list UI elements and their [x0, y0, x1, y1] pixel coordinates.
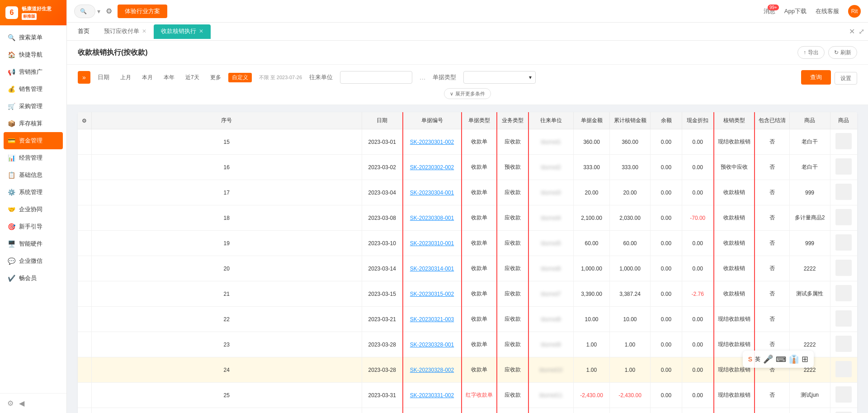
col-cancel-amount: 累计核销金额 [610, 112, 651, 129]
cell-amount: 1.00 [574, 357, 610, 383]
hardware-icon: 🖥️ [7, 240, 15, 247]
cell-goods: 多计量商品2 [789, 205, 830, 231]
cell-date: 2023-03-04 [362, 180, 403, 205]
sidebar-item-wechat[interactable]: 💬企业微信 [0, 252, 66, 270]
cell-cancel-type: 预收款核销 [714, 408, 755, 413]
sidebar-item-enterprise[interactable]: 🤝企业协同 [0, 201, 66, 218]
collapse-icon[interactable]: ◀ [19, 399, 24, 408]
sidebar-item-guide[interactable]: 🎯新手引导 [0, 218, 66, 235]
cell-cancel-type: 收款核销 [714, 205, 755, 231]
col-settings[interactable]: ⚙ [78, 112, 91, 129]
date-tab-last-month[interactable]: 上月 [117, 73, 135, 82]
receipt-link[interactable]: SK-20230328-002 [410, 367, 454, 373]
export-button[interactable]: ↑ 导出 [797, 46, 825, 59]
date-hint: 不限 至 2023-07-26 [259, 74, 302, 81]
receipt-link[interactable]: SK-20230321-003 [410, 316, 454, 323]
tabbar-actions: ✕⤢ [849, 27, 864, 36]
cell-discount: 0.00 [682, 155, 714, 180]
cell-seq [78, 307, 91, 332]
tab-close-receivable[interactable]: ✕ [142, 28, 146, 34]
cell-discount: 0.00 [682, 383, 714, 408]
date-tab-more[interactable]: 更多 [207, 73, 225, 82]
sidebar-item-member[interactable]: ✔️畅会员 [0, 270, 66, 287]
sidebar-item-search[interactable]: 🔍搜索菜单 [0, 29, 66, 46]
cell-goods-img [830, 357, 857, 383]
cell-seq-num: 16 [91, 155, 362, 180]
cell-date: 2023-04-03 [362, 408, 403, 413]
expand-tab-icon[interactable]: ⤢ [859, 27, 864, 36]
sidebar-label-marketing: 营销推广 [19, 68, 42, 76]
operation-icon: 📊 [7, 154, 15, 161]
expand-more-button[interactable]: ∨ 展开更多条件 [444, 88, 491, 99]
date-tab-this-year[interactable]: 本年 [160, 73, 178, 82]
receipt-link[interactable]: SK-20230315-002 [410, 291, 454, 297]
tab-close-writeoff[interactable]: ✕ [199, 28, 203, 34]
gear-icon[interactable]: ⚙ [106, 7, 112, 15]
sidebar-item-inventory[interactable]: 📦库存核算 [0, 115, 66, 132]
filter-expand-button[interactable]: » [78, 71, 90, 84]
message-icon[interactable]: 消息 99+ [764, 7, 775, 15]
dropdown-icon[interactable]: ▾ [97, 8, 100, 15]
cell-include-settled: 否 [755, 281, 790, 307]
receipt-link[interactable]: SK-20230328-001 [410, 342, 454, 348]
cell-goods: 123D商品 [789, 408, 830, 413]
cell-biz-type: 应收款 [497, 281, 528, 307]
query-button[interactable]: 查询 [801, 70, 831, 85]
receipt-link[interactable]: SK-20230331-002 [410, 392, 454, 399]
cell-seq-num: 17 [91, 180, 362, 205]
sidebar-item-quicknav[interactable]: 🏠快捷导航 [0, 46, 66, 63]
receipt-type-select[interactable]: ▾ [463, 71, 536, 84]
settings-button[interactable]: 设置 [835, 72, 857, 85]
refresh-button[interactable]: ↻ 刷新 [828, 46, 857, 59]
cell-include-settled: 否 [755, 180, 790, 205]
close-all-icon[interactable]: ✕ [849, 27, 855, 36]
cell-type: 收款单 [462, 205, 497, 231]
sidebar-item-basic[interactable]: 📋基础信息 [0, 166, 66, 184]
tab-home[interactable]: 首页 [71, 24, 97, 39]
cell-seq [78, 357, 91, 383]
receipt-link[interactable]: SK-20230304-001 [410, 190, 454, 196]
date-tab-7days[interactable]: 近7天 [182, 73, 203, 82]
table-row: 24 2023-03-28 SK-20230328-002 收款单 应收款 bl… [78, 357, 857, 383]
sidebar-label-sales: 销售管理 [19, 85, 42, 93]
cell-balance: 0.00 [651, 155, 682, 180]
unit-input[interactable] [340, 71, 412, 84]
cell-goods-img [830, 205, 857, 231]
col-no: 单据编号 [403, 112, 462, 129]
date-tab-custom[interactable]: 自定义 [228, 73, 252, 82]
cell-discount: 0.00 [682, 180, 714, 205]
tab-writeoff[interactable]: 收款核销执行✕ [154, 24, 211, 39]
search-input[interactable]: 🔍 [74, 5, 95, 18]
sidebar-item-purchase[interactable]: 🛒采购管理 [0, 98, 66, 115]
sidebar-item-finance[interactable]: 💳资金管理 [4, 132, 63, 149]
solution-button[interactable]: 体验行业方案 [118, 5, 167, 18]
avatar[interactable]: Rit [848, 5, 861, 18]
sidebar-item-marketing[interactable]: 📢营销推广 [0, 63, 66, 81]
settings-footer-icon[interactable]: ⚙ [7, 399, 14, 408]
online-service-link[interactable]: 在线客服 [816, 7, 839, 15]
cell-biz-type: 应收款 [497, 256, 528, 281]
sidebar-item-hardware[interactable]: 🖥️智能硬件 [0, 235, 66, 252]
sidebar-item-operation[interactable]: 📊经营管理 [0, 149, 66, 166]
cell-seq [78, 231, 91, 256]
sidebar-item-sales[interactable]: 💰销售管理 [0, 81, 66, 98]
cell-cancel-amount: 1,000.00 [610, 256, 651, 281]
tab-receivable[interactable]: 预订应收付单✕ [97, 24, 154, 39]
cell-seq [78, 281, 91, 307]
table-row: 15 2023-03-01 SK-20230301-002 收款单 应收款 bl… [78, 129, 857, 155]
col-biz-type: 业务类型 [497, 112, 528, 129]
receipt-link[interactable]: SK-20230310-001 [410, 240, 454, 247]
marketing-icon: 📢 [7, 68, 15, 76]
cell-include-settled: 否 [755, 205, 790, 231]
cell-type: 收款单 [462, 307, 497, 332]
table-row: 18 2023-03-08 SK-20230308-001 收款单 应收款 bl… [78, 205, 857, 231]
col-balance: 余额 [651, 112, 682, 129]
receipt-link[interactable]: SK-20230302-002 [410, 164, 454, 171]
receipt-link[interactable]: SK-20230314-001 [410, 266, 454, 272]
app-download-link[interactable]: App下载 [784, 7, 807, 15]
watermark-widget: S 英 🎤 ⌨ 👔 ⊞ [743, 351, 814, 368]
receipt-link[interactable]: SK-20230301-002 [410, 139, 454, 145]
sidebar-item-system[interactable]: ⚙️系统管理 [0, 184, 66, 201]
date-tab-this-month[interactable]: 本月 [138, 73, 156, 82]
receipt-link[interactable]: SK-20230308-001 [410, 215, 454, 221]
